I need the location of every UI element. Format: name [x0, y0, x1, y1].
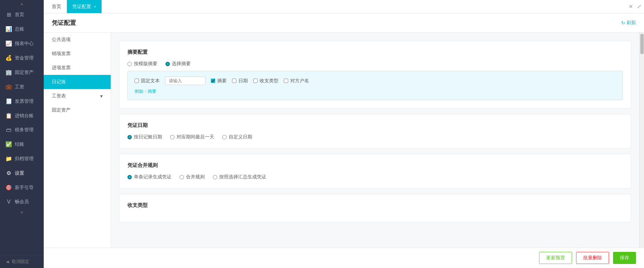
- radio-journal-date-input[interactable]: [127, 135, 132, 139]
- sidebar-item-archive[interactable]: 📁 归档管理: [0, 151, 44, 166]
- summary-radio-select-input[interactable]: [165, 62, 170, 66]
- left-nav-fixed-assets[interactable]: 固定资产: [44, 103, 111, 117]
- voucher-date-title: 凭证日期: [127, 122, 623, 129]
- checkbox-date-input[interactable]: [232, 79, 236, 83]
- left-nav-public[interactable]: 公共选项: [44, 33, 111, 47]
- checkbox-date[interactable]: 日期: [232, 78, 248, 84]
- tab-home-label: 首页: [52, 4, 61, 10]
- sidebar-item-funds[interactable]: 💰 资金管理: [0, 51, 44, 65]
- sidebar-item-settings[interactable]: ⚙ 设置: [0, 166, 44, 180]
- radio-merge[interactable]: 合并规则: [180, 174, 205, 180]
- right-content: 摘要配置 按模版摘要 选择摘要: [111, 33, 639, 248]
- left-nav: 公共选项 销项发票 进项发票 日记账 工资表 ▾ 固定资产: [44, 33, 111, 248]
- checkbox-fixed-text-input[interactable]: [135, 79, 139, 83]
- sidebar: ▲ ⊞ 首页 📊 总账 📈 报表中心 💰 资金管理 🏢 固定资产 💼 工资 🧾 …: [0, 0, 44, 268]
- summary-checkboxes-row: 固定文本 摘要 日期 收支类型: [135, 77, 616, 85]
- checkbox-summary[interactable]: 摘要: [211, 78, 227, 84]
- tab-home[interactable]: 首页: [46, 0, 67, 13]
- sidebar-unpin-button[interactable]: ◄ 取消固定: [0, 255, 44, 268]
- vip-icon: V: [5, 199, 12, 205]
- receipt-type-section: 收支类型: [119, 194, 631, 222]
- checkout-icon: ✅: [5, 141, 12, 147]
- sidebar-item-assets[interactable]: 🏢 固定资产: [0, 65, 44, 80]
- radio-period-last[interactable]: 对应期间最后一天: [170, 134, 214, 140]
- left-nav-purchase[interactable]: 进项发票: [44, 61, 111, 75]
- tab-voucher-config[interactable]: 凭证配置 ×: [67, 0, 102, 13]
- receipt-type-title: 收支类型: [127, 202, 623, 209]
- summary-options-panel: 固定文本 摘要 日期 收支类型: [127, 71, 623, 100]
- summary-title: 摘要配置: [127, 49, 623, 55]
- fixed-text-input[interactable]: [165, 77, 205, 85]
- settings-icon: ⚙: [5, 170, 12, 176]
- sidebar-item-ledger[interactable]: 📊 总账: [0, 22, 44, 36]
- radio-summary-gen-input[interactable]: [213, 175, 217, 179]
- left-nav-journal[interactable]: 日记账: [44, 75, 111, 89]
- radio-period-last-input[interactable]: [170, 135, 175, 139]
- sidebar-item-invoice[interactable]: 🧾 发票管理: [0, 94, 44, 108]
- checkbox-fixed-text[interactable]: 固定文本: [135, 78, 160, 84]
- checkbox-summary-input[interactable]: [211, 79, 215, 83]
- sidebar-item-vip[interactable]: V 畅会员: [0, 195, 44, 209]
- tab-active-label: 凭证配置: [72, 4, 91, 10]
- summary-radio-select[interactable]: 选择摘要: [165, 61, 191, 67]
- voucher-date-radio-group: 按日记账日期 对应期间最后一天 自定义日期: [127, 134, 623, 140]
- radio-custom-date[interactable]: 自定义日期: [222, 134, 252, 140]
- summary-radio-template[interactable]: 按模版摘要: [127, 61, 157, 67]
- checkbox-counterpart-input[interactable]: [284, 79, 288, 83]
- content-area: 公共选项 销项发票 进项发票 日记账 工资表 ▾ 固定资产 摘要配置: [44, 33, 644, 248]
- tab-bar-actions: ✕ ⤢: [629, 3, 641, 10]
- invoice-icon: 🧾: [5, 98, 12, 104]
- sidebar-scroll-down[interactable]: ▼: [0, 209, 44, 216]
- assets-icon: 🏢: [5, 69, 12, 76]
- chevron-down-icon: ▾: [100, 93, 103, 99]
- left-nav-salary[interactable]: 工资表 ▾: [44, 89, 111, 103]
- window-close-icon[interactable]: ✕: [629, 3, 633, 10]
- sidebar-label-home: 首页: [15, 12, 38, 18]
- radio-summary-gen[interactable]: 按照选择汇总生成凭证: [213, 174, 266, 180]
- merge-rule-section: 凭证合并规则 单条记录生成凭证 合并规则 按照选择汇总生成凭证: [119, 154, 631, 188]
- bottom-actions: 更新预置 批量删除 保存: [44, 248, 644, 268]
- sidebar-item-reports[interactable]: 📈 报表中心: [0, 36, 44, 51]
- update-preview-button[interactable]: 更新预置: [539, 252, 572, 264]
- summary-radio-template-input[interactable]: [127, 62, 132, 66]
- purchase-icon: 📋: [5, 113, 12, 119]
- left-nav-sales[interactable]: 销项发票: [44, 47, 111, 61]
- checkbox-type[interactable]: 收支类型: [253, 78, 278, 84]
- sidebar-item-guide[interactable]: 🎯 新手引导: [0, 180, 44, 195]
- radio-journal-date[interactable]: 按日记账日期: [127, 134, 162, 140]
- page-header: 凭证配置 ↻ 刷新: [44, 13, 644, 33]
- save-button[interactable]: 保存: [613, 252, 636, 264]
- checkbox-type-input[interactable]: [253, 79, 258, 83]
- sidebar-scroll-up[interactable]: ▲: [0, 0, 44, 7]
- radio-custom-date-input[interactable]: [222, 135, 227, 139]
- archive-icon: 📁: [5, 155, 12, 162]
- scrollbar-thumb: [640, 34, 644, 54]
- ledger-icon: 📊: [5, 26, 12, 32]
- sidebar-item-salary[interactable]: 💼 工资: [0, 80, 44, 94]
- batch-delete-button[interactable]: 批量删除: [576, 252, 609, 264]
- main-area: 首页 凭证配置 × ✕ ⤢ 凭证配置 ↻ 刷新 公共选项 销项发票 进项: [44, 0, 644, 268]
- radio-single-input[interactable]: [127, 175, 132, 179]
- voucher-date-section: 凭证日期 按日记账日期 对应期间最后一天 自定义日期: [119, 114, 631, 148]
- summary-section: 摘要配置 按模版摘要 选择摘要: [119, 41, 631, 108]
- sidebar-item-home[interactable]: ⊞ 首页: [0, 7, 44, 22]
- checkbox-counterpart[interactable]: 对方户名: [284, 78, 309, 84]
- refresh-icon: ↻: [621, 20, 625, 26]
- tab-bar: 首页 凭证配置 × ✕ ⤢: [44, 0, 644, 13]
- tax-icon: 🗃: [5, 127, 12, 133]
- radio-merge-input[interactable]: [180, 175, 184, 179]
- sidebar-item-checkout[interactable]: ✅ 结账: [0, 137, 44, 151]
- radio-single[interactable]: 单条记录生成凭证: [127, 174, 172, 180]
- funds-icon: 💰: [5, 55, 12, 61]
- window-resize-icon[interactable]: ⤢: [637, 3, 641, 10]
- tab-close-icon[interactable]: ×: [94, 4, 96, 9]
- summary-radio-group: 按模版摘要 选择摘要: [127, 61, 623, 67]
- reports-icon: 📈: [5, 40, 12, 47]
- sidebar-item-purchase[interactable]: 📋 进销台账: [0, 108, 44, 123]
- page-title: 凭证配置: [52, 19, 76, 27]
- unpin-icon: ◄: [5, 259, 10, 264]
- sidebar-item-tax[interactable]: 🗃 税务管理: [0, 123, 44, 137]
- example-text: 例如：摘要: [135, 88, 616, 94]
- refresh-button[interactable]: ↻ 刷新: [621, 20, 636, 26]
- outer-scrollbar[interactable]: [639, 33, 644, 248]
